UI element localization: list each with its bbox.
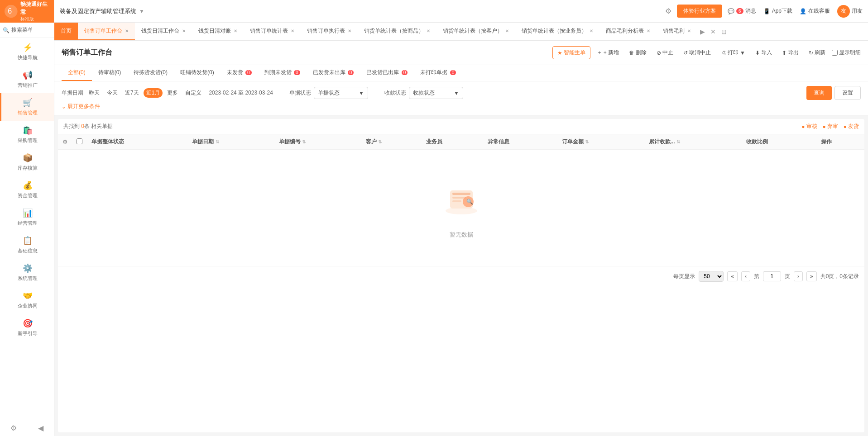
tab-sales-stats-staff-close[interactable]: ✕ — [590, 28, 593, 33]
tab-sales-stats-customer[interactable]: 销货单统计表（按客户） ✕ — [436, 23, 515, 40]
cancel-suspend-btn[interactable]: ↺ 取消中止 — [680, 47, 715, 59]
tab-cash-daily-close[interactable]: ✕ — [182, 28, 186, 33]
col-checkbox[interactable] — [72, 134, 87, 150]
sub-tab-overdue-not-shipped[interactable]: 到期未发货 0 — [258, 65, 307, 81]
sub-tab-not-shipped[interactable]: 未发货 0 — [221, 65, 258, 81]
tab-sales-order-exec-close[interactable]: ✕ — [348, 28, 351, 33]
sidebar-search[interactable]: 🔍 搜索菜单 — [0, 23, 54, 38]
sidebar-item-ops-mgmt[interactable]: 📊 经营管理 — [0, 204, 54, 231]
toolbar-review-btn[interactable]: ● 审核 — [801, 123, 817, 130]
delete-btn[interactable]: 🗑 删除 — [625, 47, 650, 59]
topbar-chevron-icon: ▼ — [139, 8, 144, 14]
tab-sales-stats-product-close[interactable]: ✕ — [427, 28, 430, 33]
date-1month[interactable]: 近1月 — [144, 88, 163, 98]
tab-sales-stats-customer-close[interactable]: ✕ — [505, 28, 509, 33]
tab-sales-workbench-close[interactable]: ✕ — [125, 28, 129, 33]
tabs-close-all[interactable]: ✕ — [708, 28, 719, 35]
ops-label: 经营管理 — [18, 220, 38, 227]
sales-icon: 🛒 — [23, 98, 33, 108]
tab-product-margin-close[interactable]: ✕ — [647, 28, 650, 33]
tab-product-margin[interactable]: 商品毛利分析表 ✕ — [599, 23, 657, 40]
tabs-expand[interactable]: ⊡ — [719, 28, 729, 35]
import-btn[interactable]: ⬇ 导入 — [752, 47, 776, 59]
ai-generate-btn[interactable]: ★ 智能生单 — [552, 46, 590, 59]
query-btn[interactable]: 查询 — [806, 86, 832, 100]
tab-sales-order-stats-close[interactable]: ✕ — [291, 28, 294, 33]
filter-collect-select[interactable]: 收款状态 ▼ — [409, 87, 463, 99]
col-date[interactable]: 单据日期 ⇅ — [187, 134, 274, 150]
sidebar-settings-btn[interactable]: ⚙ — [10, 424, 17, 432]
tab-sales-order-exec[interactable]: 销售订单执行表 ✕ — [301, 23, 358, 40]
next-page-btn[interactable]: › — [794, 271, 803, 281]
sidebar-item-sys-mgmt[interactable]: ⚙️ 系统管理 — [0, 259, 54, 286]
first-page-btn[interactable]: « — [727, 271, 738, 281]
date-yesterday[interactable]: 昨天 — [86, 88, 102, 98]
sidebar-item-quick-nav[interactable]: ⚡ 快捷导航 — [0, 38, 54, 66]
select-all-checkbox[interactable] — [77, 138, 82, 144]
date-today[interactable]: 今天 — [104, 88, 120, 98]
tab-sales-more[interactable]: 销售毛利 ✕ — [657, 23, 697, 40]
expand-chevron-icon: ⌄ — [62, 104, 66, 110]
table-info: 共找到 0条 相关单据 — [63, 123, 113, 130]
date-custom[interactable]: 自定义 — [182, 88, 204, 98]
toolbar-reject-btn[interactable]: ● 弃审 — [823, 123, 838, 130]
topbar-app-download[interactable]: 📱 App下载 — [763, 7, 792, 15]
date-more[interactable]: 更多 — [164, 88, 181, 98]
per-page-select[interactable]: 20 50 100 — [699, 271, 724, 282]
suspend-btn[interactable]: ⊘ 中止 — [653, 47, 677, 59]
tab-cash-reconcile-close[interactable]: ✕ — [234, 28, 237, 33]
show-details-checkbox[interactable] — [832, 50, 838, 56]
filter-settings-btn[interactable]: 设置 — [834, 86, 861, 100]
col-number[interactable]: 单据编号 ⇅ — [274, 134, 361, 150]
print-btn[interactable]: 🖨 打印 ▼ — [717, 47, 749, 59]
sub-tab-wangpu-pending[interactable]: 旺铺待发货(0) — [174, 65, 221, 81]
last-page-btn[interactable]: » — [806, 271, 817, 281]
tab-cash-daily[interactable]: 钱货日清工作台 ✕ — [135, 23, 192, 40]
topbar-industry-btn[interactable]: 体验行业方案 — [677, 5, 722, 18]
tab-sales-more-close[interactable]: ✕ — [687, 28, 691, 33]
toolbar-ship-btn[interactable]: ● 发货 — [844, 123, 859, 130]
filter-status-item: 单据状态 单据状态 ▼ — [289, 87, 368, 99]
sidebar-item-purchase-mgmt[interactable]: 🛍️ 采购管理 — [0, 121, 54, 148]
sidebar-item-marketing-promo[interactable]: 📢 营销推广 — [0, 66, 54, 93]
tab-sales-workbench[interactable]: 销售订单工作台 ✕ — [78, 23, 135, 40]
topbar-settings-icon[interactable]: ⚙ — [665, 7, 671, 15]
export-btn[interactable]: ⬆ 导出 — [778, 47, 802, 59]
tab-sales-order-stats[interactable]: 销售订单统计表 ✕ — [244, 23, 301, 40]
col-amount[interactable]: 订单金额 ⇅ — [557, 134, 644, 150]
topbar-user[interactable]: 友 用友 — [837, 5, 863, 18]
sub-tab-all[interactable]: 全部(0) — [62, 65, 92, 81]
tabs-nav-right[interactable]: ▶ — [697, 28, 708, 35]
col-collected[interactable]: 累计收款... ⇅ — [644, 134, 742, 150]
filter-date-item: 单据日期 昨天 今天 近7天 近1月 更多 自定义 2023-02-24 至 2… — [62, 88, 273, 98]
filter-status-select[interactable]: 单据状态 ▼ — [314, 87, 368, 99]
sidebar-item-basic-info[interactable]: 📋 基础信息 — [0, 231, 54, 259]
sub-tab-shipped-in[interactable]: 已发货已出库 0 — [360, 65, 414, 81]
tab-sales-stats-product[interactable]: 销货单统计表（按商品） ✕ — [358, 23, 436, 40]
sub-tab-pending-review[interactable]: 待审核(0) — [92, 65, 128, 81]
sub-tab-pending-inspect[interactable]: 待拣货发货(0) — [127, 65, 174, 81]
sidebar-item-inventory-check[interactable]: 📦 库存核算 — [0, 148, 54, 176]
prev-page-btn[interactable]: ‹ — [741, 271, 750, 281]
tab-cash-reconcile[interactable]: 钱货日清对账 ✕ — [192, 23, 244, 40]
sidebar-item-newbie-guide[interactable]: 🎯 新手引导 — [0, 314, 54, 341]
expand-more-btn[interactable]: ⌄ 展开更多条件 — [62, 103, 861, 110]
show-details-toggle[interactable]: 显示明细 — [832, 49, 861, 57]
sidebar-item-finance-mgmt[interactable]: 💰 资金管理 — [0, 176, 54, 204]
add-btn[interactable]: ＋ + 新增 — [593, 47, 623, 59]
sidebar-item-corp-coop[interactable]: 🤝 企业协同 — [0, 286, 54, 314]
page-input[interactable] — [763, 271, 781, 281]
sidebar-collapse-btn[interactable]: ◀ — [38, 424, 43, 432]
date-7days[interactable]: 近7天 — [122, 88, 142, 98]
col-settings[interactable]: ⚙ — [58, 134, 72, 150]
sub-tab-shipped-not-in[interactable]: 已发货未出库 0 — [307, 65, 360, 81]
sub-tab-not-printed[interactable]: 未打印单据 0 — [414, 65, 462, 81]
topbar-message[interactable]: 💬 6 消息 — [728, 7, 756, 15]
col-customer[interactable]: 客户 ⇅ — [361, 134, 422, 150]
tab-sales-stats-staff[interactable]: 销货单统计表（按业务员） ✕ — [515, 23, 599, 40]
filter-row-1: 单据日期 昨天 今天 近7天 近1月 更多 自定义 2023-02-24 至 2… — [62, 86, 861, 100]
sidebar-item-sales-mgmt[interactable]: 🛒 销售管理 — [0, 93, 54, 121]
refresh-btn[interactable]: ↻ 刷新 — [805, 47, 829, 59]
topbar-online-service[interactable]: 👤 在线客服 — [800, 7, 830, 15]
tab-home[interactable]: 首页 — [54, 23, 78, 40]
